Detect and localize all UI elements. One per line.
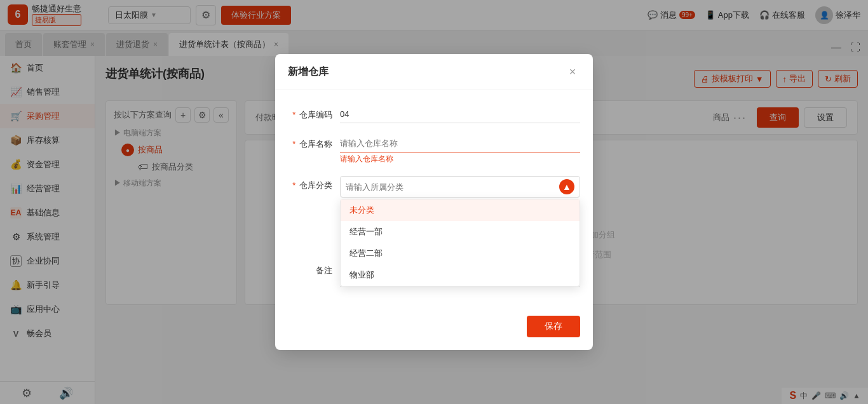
code-field-wrap <box>340 105 580 123</box>
dropdown-item-dept2[interactable]: 经营二部 <box>341 243 580 264</box>
required-mark: * <box>292 180 295 190</box>
save-button[interactable]: 保存 <box>527 316 580 337</box>
dialog-footer: 保存 <box>275 311 593 350</box>
code-label: * 仓库编码 <box>288 105 332 121</box>
name-error-msg: 请输入仓库名称 <box>340 154 580 165</box>
category-toggle-button[interactable]: ▲ <box>559 179 574 194</box>
required-mark: * <box>292 139 295 149</box>
dropdown-item-uncategorized[interactable]: 未分类 <box>341 199 580 221</box>
dialog-close-button[interactable]: × <box>565 64 580 79</box>
dropdown-item-property[interactable]: 物业部 <box>341 264 580 286</box>
code-input[interactable] <box>340 105 580 123</box>
new-warehouse-dialog: 新增仓库 × * 仓库编码 * 仓库名称 <box>275 54 593 350</box>
category-form-row: * 仓库分类 ▲ 未分类 经营一部 经营二部 物业部 <box>288 176 580 198</box>
category-label: * 仓库分类 <box>288 176 332 191</box>
category-input[interactable] <box>346 182 559 192</box>
note-label: 备注 <box>288 261 332 276</box>
name-field-wrap: 请输入仓库名称 <box>340 135 580 165</box>
category-dropdown: 未分类 经营一部 经营二部 物业部 <box>340 199 580 286</box>
name-label: * 仓库名称 <box>288 135 332 150</box>
required-mark: * <box>292 110 295 119</box>
dialog-title: 新增仓库 <box>288 65 329 79</box>
name-form-row: * 仓库名称 请输入仓库名称 <box>288 135 580 165</box>
category-field-wrap: ▲ 未分类 经营一部 经营二部 物业部 <box>340 176 580 198</box>
dialog-body: * 仓库编码 * 仓库名称 请输入仓库名称 <box>275 90 593 311</box>
code-form-row: * 仓库编码 <box>288 105 580 123</box>
name-input[interactable] <box>340 135 580 152</box>
dialog-header: 新增仓库 × <box>275 54 593 90</box>
category-input-wrap: ▲ <box>340 176 580 198</box>
modal-overlay: 新增仓库 × * 仓库编码 * 仓库名称 <box>0 0 868 404</box>
dropdown-item-dept1[interactable]: 经营一部 <box>341 221 580 243</box>
